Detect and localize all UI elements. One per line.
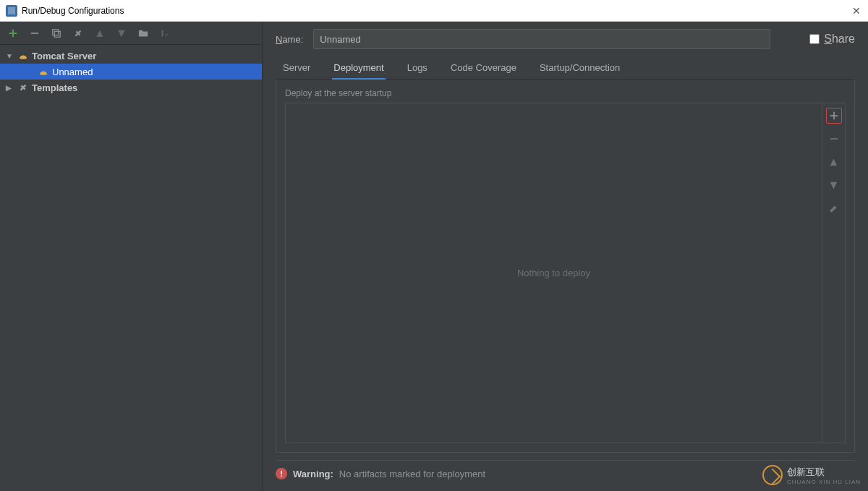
- config-tree: ▼ Tomcat Server Unnamed ▶ Templates: [0, 45, 262, 98]
- name-input[interactable]: [313, 29, 770, 49]
- tree-item-tomcat-server[interactable]: ▼ Tomcat Server: [0, 48, 262, 64]
- tab-bar: Server Deployment Logs Code Coverage Sta…: [276, 58, 855, 80]
- tab-deployment[interactable]: Deployment: [332, 58, 385, 79]
- tab-startup-connection[interactable]: Startup/Connection: [538, 58, 621, 79]
- deploy-box: Nothing to deploy ▲ ▼: [285, 103, 846, 443]
- content-panel: Name: Share Server Deployment Logs Code …: [263, 22, 868, 491]
- sort-icon[interactable]: [159, 27, 171, 39]
- tree-item-label: Tomcat Server: [32, 51, 96, 61]
- tab-logs[interactable]: Logs: [406, 58, 429, 79]
- warning-label: Warning:: [293, 469, 333, 479]
- warning-message: No artifacts marked for deployment: [339, 469, 485, 479]
- tab-code-coverage[interactable]: Code Coverage: [449, 58, 518, 79]
- svg-rect-5: [830, 138, 838, 140]
- deploy-list[interactable]: Nothing to deploy: [286, 103, 822, 443]
- name-row: Name: Share: [276, 29, 855, 49]
- settings-icon[interactable]: [72, 27, 84, 39]
- tomcat-icon: [38, 66, 49, 77]
- wrench-icon: [17, 82, 29, 93]
- deploy-down-icon[interactable]: ▼: [826, 177, 842, 193]
- tomcat-icon: [17, 50, 29, 61]
- app-icon: [6, 5, 17, 17]
- watermark-sub: CHUANG XIN HU LIAN: [787, 479, 861, 485]
- chevron-down-icon: ▼: [6, 52, 14, 60]
- svg-rect-3: [53, 29, 59, 35]
- tree-item-label: Unnamed: [52, 67, 93, 77]
- svg-rect-2: [31, 33, 39, 34]
- svg-rect-4: [54, 31, 60, 37]
- deploy-empty-message: Nothing to deploy: [517, 268, 590, 278]
- up-icon[interactable]: ▲: [94, 27, 106, 39]
- window-title: Run/Debug Configurations: [22, 6, 851, 16]
- remove-icon[interactable]: [29, 27, 41, 39]
- deploy-section-label: Deploy at the server startup: [285, 88, 846, 98]
- watermark: 创新互联 CHUANG XIN HU LIAN: [762, 465, 861, 485]
- deploy-up-icon[interactable]: ▲: [826, 154, 842, 170]
- deploy-add-icon[interactable]: [826, 108, 842, 124]
- add-icon[interactable]: [7, 27, 19, 39]
- watermark-brand: 创新互联: [787, 466, 825, 477]
- name-label: Name:: [276, 34, 303, 45]
- watermark-logo-icon: [762, 465, 783, 485]
- down-icon[interactable]: ▼: [116, 27, 127, 39]
- sidebar-toolbar: ▲ ▼: [0, 22, 262, 45]
- tree-item-templates[interactable]: ▶ Templates: [0, 80, 262, 95]
- deploy-remove-icon[interactable]: [826, 131, 842, 147]
- tree-item-label: Templates: [32, 82, 77, 93]
- close-icon[interactable]: ✕: [851, 5, 862, 17]
- folder-icon[interactable]: [137, 27, 149, 39]
- share-label: Share: [824, 33, 855, 46]
- tree-item-unnamed[interactable]: Unnamed: [0, 64, 262, 80]
- deploy-tools: ▲ ▼: [822, 103, 845, 443]
- tab-server[interactable]: Server: [281, 58, 312, 79]
- copy-icon[interactable]: [51, 27, 62, 39]
- sidebar: ▲ ▼ ▼ Tomcat Server Unnamed ▶ Templates: [0, 22, 263, 491]
- tab-body-deployment: Deploy at the server startup Nothing to …: [276, 80, 855, 453]
- warning-icon: !: [276, 468, 287, 479]
- title-bar: Run/Debug Configurations ✕: [0, 0, 868, 22]
- share-checkbox-wrap[interactable]: Share: [809, 33, 855, 46]
- chevron-right-icon: ▶: [6, 84, 14, 92]
- svg-rect-1: [8, 7, 15, 14]
- deploy-edit-icon[interactable]: [826, 200, 842, 216]
- share-checkbox[interactable]: [809, 34, 820, 44]
